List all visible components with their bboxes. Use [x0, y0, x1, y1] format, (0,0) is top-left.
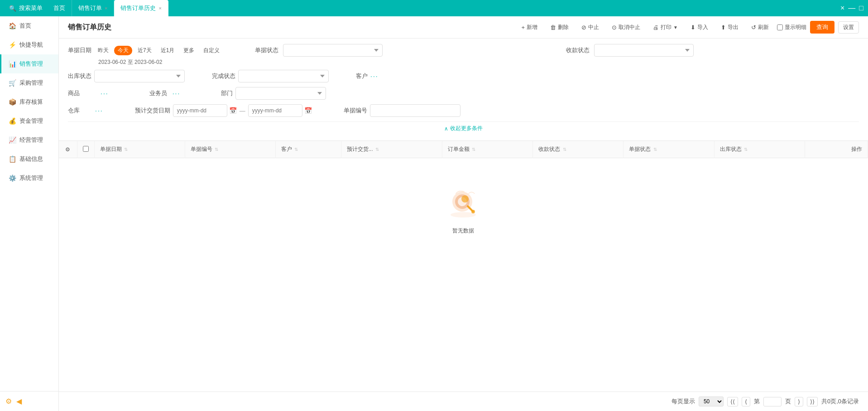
- select-all-checkbox[interactable]: [83, 146, 89, 152]
- add-label: 新增: [527, 24, 537, 31]
- last-page-button[interactable]: ⟩⟩: [807, 397, 818, 406]
- print-button[interactable]: 🖨 打印 ▼: [648, 22, 682, 33]
- bill-no-filter: 单据编号: [344, 104, 460, 117]
- delete-icon: 🗑: [550, 24, 556, 31]
- th-expected-date-label: 预计交货...: [347, 146, 373, 152]
- maximize-icon[interactable]: □: [859, 4, 863, 12]
- stop-label: 中止: [588, 24, 599, 31]
- stop-button[interactable]: ⊘ 中止: [577, 22, 604, 33]
- sidebar-item-basic-info[interactable]: 📋 基础信息: [0, 150, 58, 169]
- calendar-to-icon[interactable]: 📅: [304, 107, 312, 114]
- sidebar-item-system[interactable]: ⚙️ 系统管理: [0, 169, 58, 188]
- table-header-row: ⚙ 单据日期 ⇅ 单据编号 ⇅: [59, 141, 868, 158]
- tab-sales-order[interactable]: 销售订单 ×: [72, 0, 114, 16]
- date-tag-today[interactable]: 今天: [114, 46, 132, 55]
- th-settings[interactable]: ⚙: [59, 141, 77, 158]
- complete-status-select[interactable]: [238, 70, 329, 82]
- filter-row-1: 单据日期 昨天 今天 近7天 近1月 更多 自定义 单据状态 收款状态: [68, 44, 859, 57]
- th-bill-date[interactable]: 单据日期 ⇅: [94, 141, 185, 158]
- th-bill-status[interactable]: 单据状态 ⇅: [623, 141, 714, 158]
- th-payment-status-label: 收款状态: [538, 146, 560, 152]
- delete-button[interactable]: 🗑 删除: [546, 22, 573, 33]
- settings-icon: ⚙: [65, 146, 70, 153]
- sidebar-item-inventory[interactable]: 📦 库存核算: [0, 92, 58, 111]
- prev-page-button[interactable]: ⟨: [742, 397, 750, 406]
- empty-state: 暂无数据: [59, 158, 868, 262]
- tab-sales-order-history-close[interactable]: ×: [158, 5, 161, 11]
- tab-home[interactable]: 首页: [47, 0, 72, 16]
- cancel-stop-button[interactable]: ⊙ 取消中止: [607, 22, 645, 33]
- th-customer[interactable]: 客户 ⇅: [275, 141, 341, 158]
- th-payment-status[interactable]: 收款状态 ⇅: [533, 141, 623, 158]
- export-button[interactable]: ⬆ 导出: [716, 22, 743, 33]
- current-page-input[interactable]: 1: [763, 397, 782, 406]
- sidebar-item-operations-label: 经营管理: [19, 136, 43, 144]
- payment-status-select[interactable]: [594, 44, 694, 57]
- add-button[interactable]: + 新增: [517, 22, 542, 33]
- sidebar-collapse-icon[interactable]: ◀: [16, 397, 22, 406]
- expected-date-to-group: 📅: [248, 104, 312, 117]
- collapse-row[interactable]: ∧ 收起更多条件: [68, 121, 859, 135]
- warehouse-label: 仓库: [68, 106, 80, 115]
- sidebar-item-sales[interactable]: 📊 销售管理: [0, 54, 58, 73]
- warehouse-ellipsis[interactable]: ···: [95, 107, 103, 114]
- sidebar-item-purchase[interactable]: 🛒 采购管理: [0, 73, 58, 92]
- date-tag-custom[interactable]: 自定义: [200, 46, 223, 55]
- operations-icon: 📈: [9, 136, 16, 144]
- th-out-status[interactable]: 出库状态 ⇅: [714, 141, 805, 158]
- sort-payment-status-icon: ⇅: [563, 147, 566, 152]
- minimize-icon[interactable]: —: [848, 4, 855, 12]
- dept-select[interactable]: [235, 87, 326, 100]
- sidebar-settings-icon[interactable]: ⚙: [5, 397, 12, 406]
- salesperson-ellipsis[interactable]: ···: [173, 90, 181, 97]
- sort-order-amount-icon: ⇅: [472, 147, 475, 152]
- refresh-button[interactable]: ↺ 刷新: [747, 22, 773, 33]
- search-menu-label: 搜索菜单: [19, 4, 43, 12]
- customer-ellipsis[interactable]: ···: [370, 73, 379, 80]
- page-title: 销售订单历史: [68, 23, 111, 32]
- finance-icon: 💰: [9, 117, 16, 125]
- sidebar-item-sales-label: 销售管理: [19, 60, 43, 68]
- goods-ellipsis[interactable]: ···: [101, 90, 109, 97]
- print-icon: 🖨: [653, 24, 659, 31]
- th-expected-date[interactable]: 预计交货... ⇅: [341, 141, 442, 158]
- export-label: 导出: [728, 24, 739, 31]
- out-status-select[interactable]: [94, 70, 185, 82]
- settings-button[interactable]: 设置: [838, 21, 859, 34]
- sidebar-item-operations[interactable]: 📈 经营管理: [0, 131, 58, 150]
- import-button[interactable]: ⬇ 导入: [686, 22, 713, 33]
- th-bill-date-label: 单据日期: [100, 146, 122, 152]
- bill-no-label: 单据编号: [344, 106, 367, 115]
- date-tag-1month[interactable]: 近1月: [157, 46, 178, 55]
- close-window-icon[interactable]: ×: [840, 4, 844, 12]
- show-detail-checkbox[interactable]: [777, 24, 783, 30]
- date-tag-7days[interactable]: 近7天: [134, 46, 155, 55]
- sidebar-item-quick-nav[interactable]: ⚡ 快捷导航: [0, 35, 58, 54]
- th-check[interactable]: [77, 141, 94, 158]
- tab-sales-order-history[interactable]: 销售订单历史 ×: [114, 0, 168, 16]
- expected-date-to-input[interactable]: [248, 104, 302, 117]
- date-tag-more[interactable]: 更多: [180, 46, 198, 55]
- print-dropdown-icon: ▼: [673, 25, 678, 30]
- sidebar-item-finance[interactable]: 💰 资金管理: [0, 111, 58, 131]
- sales-icon: 📊: [9, 60, 16, 68]
- calendar-from-icon[interactable]: 📅: [229, 107, 237, 114]
- data-table: ⚙ 单据日期 ⇅ 单据编号 ⇅: [59, 141, 868, 262]
- bill-status-select[interactable]: [283, 44, 383, 57]
- sidebar-item-home[interactable]: 🏠 首页: [0, 16, 58, 35]
- per-page-select[interactable]: 10 20 50 100: [699, 396, 724, 406]
- th-out-status-label: 出库状态: [720, 146, 742, 152]
- query-button[interactable]: 查询: [810, 21, 834, 34]
- date-tag-yesterday[interactable]: 昨天: [94, 46, 112, 55]
- tab-sales-order-close[interactable]: ×: [105, 5, 107, 11]
- search-menu[interactable]: 🔍 搜索菜单: [5, 0, 47, 16]
- show-detail-checkbox-group[interactable]: 显示明细: [777, 24, 806, 31]
- bill-no-input[interactable]: [370, 104, 460, 117]
- th-bill-no[interactable]: 单据编号 ⇅: [185, 141, 275, 158]
- expected-date-from-input[interactable]: [173, 104, 227, 117]
- first-page-button[interactable]: ⟨⟨: [727, 397, 738, 406]
- import-label: 导入: [697, 24, 708, 31]
- search-icon: 🔍: [9, 5, 16, 12]
- th-order-amount[interactable]: 订单金额 ⇅: [442, 141, 532, 158]
- next-page-button[interactable]: ⟩: [795, 397, 803, 406]
